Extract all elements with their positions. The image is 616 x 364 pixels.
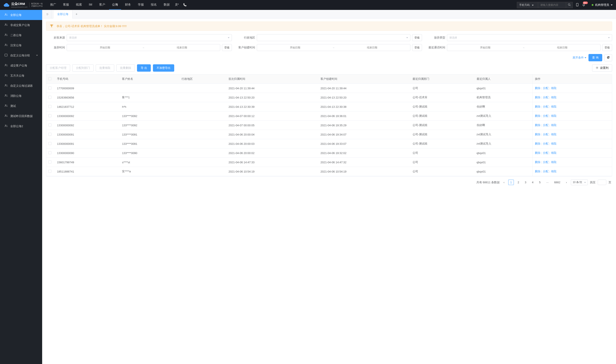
device-icon[interactable] (575, 3, 579, 7)
create-start-date[interactable] (259, 46, 332, 49)
row-checkbox[interactable] (48, 123, 51, 127)
action-delete[interactable]: 删除 (535, 133, 540, 136)
row-checkbox[interactable] (48, 142, 51, 145)
action-assign[interactable]: 分配 (543, 123, 549, 127)
sidebar-item[interactable]: 自定义公海过滤器 (0, 81, 42, 91)
page-4[interactable]: 4 (530, 180, 535, 185)
action-claim[interactable]: 领取 (551, 142, 557, 145)
action-claim[interactable]: 领取 (551, 96, 557, 99)
action-delete[interactable]: 删除 (535, 160, 540, 164)
page-ellipsis[interactable]: ··· (545, 180, 550, 185)
action-assign[interactable]: 分配 (543, 114, 549, 117)
select-all-checkbox[interactable] (48, 77, 51, 80)
action-claim[interactable]: 领取 (551, 105, 557, 108)
action-claim[interactable]: 领取 (551, 87, 557, 90)
action-delete[interactable]: 删除 (535, 142, 540, 145)
action-assign[interactable]: 分配 (543, 105, 549, 108)
refresh-button[interactable] (604, 54, 612, 61)
search-type-select[interactable]: 手机号码 (517, 2, 538, 8)
row-checkbox[interactable] (48, 151, 51, 154)
search-input[interactable] (538, 2, 566, 8)
filter-region-empty-btn[interactable]: 空值 (412, 34, 422, 41)
sidebar-item[interactable]: 测试 (0, 101, 42, 111)
logo[interactable]: 云朵CRM www.yunduocrm.com 教育机构一站 式服务云平台 (3, 2, 47, 8)
jump-input[interactable] (598, 180, 606, 185)
row-checkbox[interactable] (48, 133, 51, 136)
page-5[interactable]: 5 (537, 180, 542, 185)
batch-claim-button[interactable]: 批量领取 (96, 64, 114, 72)
sidebar-item[interactable]: 消防公海 (0, 91, 42, 101)
filter-abandon-type-select[interactable]: 请选择 (447, 34, 612, 41)
sidebar-item[interactable]: 五月天公海 (0, 71, 42, 81)
filter-abandon-time-empty-btn[interactable]: 空值 (222, 44, 232, 51)
phone-icon[interactable] (181, 0, 189, 10)
user-menu[interactable]: 机构管理员 (588, 3, 613, 7)
sidebar-item[interactable]: 全部公海2 (0, 121, 42, 131)
filter-recent-call-empty-btn[interactable]: 空值 (602, 44, 612, 51)
query-button[interactable]: 查 询 (589, 54, 602, 61)
action-claim[interactable]: 领取 (551, 114, 557, 117)
action-delete[interactable]: 删除 (535, 151, 540, 155)
filter-create-time-empty-btn[interactable]: 空值 (412, 44, 422, 51)
action-assign[interactable]: 分配 (543, 133, 549, 136)
filter-source-select[interactable]: 请选择 (67, 34, 232, 41)
page-3[interactable]: 3 (523, 180, 528, 185)
abandon-end-date[interactable] (146, 46, 218, 49)
action-claim[interactable]: 领取 (551, 133, 557, 136)
nav-item[interactable]: 线索 (73, 0, 85, 10)
row-checkbox[interactable] (48, 96, 51, 99)
row-checkbox[interactable] (48, 87, 51, 90)
page-2[interactable]: 2 (516, 180, 521, 185)
batch-delete-button[interactable]: 批量删除 (116, 64, 135, 72)
nav-item[interactable]: 客服 (60, 0, 72, 10)
filter-region-select[interactable] (257, 34, 410, 41)
create-end-date[interactable] (336, 46, 409, 49)
export-button[interactable]: 导 出 (137, 64, 151, 72)
tab-add-button[interactable]: + (73, 12, 80, 16)
action-claim[interactable]: 领取 (551, 170, 557, 173)
sidebar-item[interactable]: 二咨公海 (0, 30, 42, 40)
nav-item[interactable]: 财务 (122, 0, 134, 10)
abandon-start-date[interactable] (69, 46, 141, 49)
action-delete[interactable]: 删除 (535, 96, 540, 99)
action-assign[interactable]: 分配 (543, 142, 549, 145)
nav-item[interactable]: 数据 (161, 0, 173, 10)
row-checkbox[interactable] (48, 170, 51, 173)
action-claim[interactable]: 领取 (551, 151, 557, 155)
tab-active[interactable]: 全部公海 (53, 10, 73, 18)
assign-manager-button[interactable]: 分配客户经理 (46, 64, 70, 72)
nav-item[interactable]: 客户 (96, 0, 108, 10)
row-checkbox[interactable] (48, 160, 51, 164)
tabs-collapse-icon[interactable] (44, 10, 51, 18)
action-delete[interactable]: 删除 (535, 105, 540, 108)
expand-filters-link[interactable]: 展开条件 (573, 56, 586, 60)
page-1[interactable]: 1 (508, 180, 514, 185)
action-delete[interactable]: 删除 (535, 170, 540, 173)
page-last[interactable]: 6882 (552, 180, 562, 185)
set-columns-button[interactable]: 设置列 (592, 64, 612, 72)
search-button[interactable] (566, 2, 573, 8)
nav-item[interactable]: 推广 (47, 0, 59, 10)
add-user-icon[interactable] (173, 0, 181, 10)
nav-item[interactable]: 学服 (135, 0, 147, 10)
action-assign[interactable]: 分配 (543, 151, 549, 155)
recent-call-end-date[interactable] (526, 46, 599, 49)
action-delete[interactable]: 删除 (535, 114, 540, 117)
nav-item[interactable]: 报名 (148, 0, 160, 10)
sidebar-item[interactable]: 全部公海 (0, 10, 42, 20)
action-delete[interactable]: 删除 (535, 87, 540, 90)
nav-item[interactable]: 公海 (109, 0, 121, 10)
sidebar-item[interactable]: 非成交客户公海 (0, 20, 42, 30)
filter-recent-call-range[interactable]: ~ (447, 44, 601, 51)
sidebar-item[interactable]: 自定义公海分组 (0, 50, 42, 60)
recent-call-start-date[interactable] (449, 46, 522, 49)
export-plain-button[interactable]: 不加密导出 (153, 64, 174, 72)
action-claim[interactable]: 领取 (551, 123, 557, 127)
action-assign[interactable]: 分配 (543, 160, 549, 164)
next-page-button[interactable]: › (564, 180, 568, 185)
action-claim[interactable]: 领取 (551, 160, 557, 164)
per-page-select[interactable]: 10 条/页 (571, 179, 588, 185)
nav-item[interactable]: IM (86, 0, 95, 10)
prev-page-button[interactable]: ‹ (502, 180, 506, 185)
sidebar-item[interactable]: 注安公海 (0, 40, 42, 50)
